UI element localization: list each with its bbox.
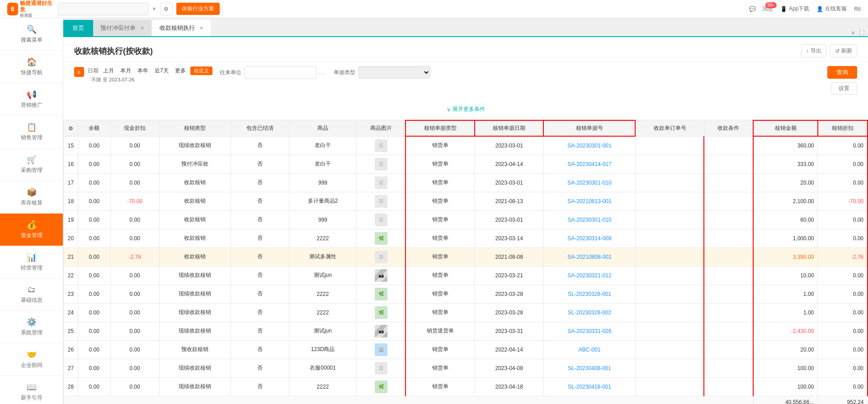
td-cash-discount: 0.00	[110, 377, 159, 396]
online-service-btn[interactable]: 👤 在线客服	[816, 5, 847, 13]
tab-prepay[interactable]: 预付冲应付单 ✕	[93, 20, 151, 36]
filter-bar: » 日期 上月 本月 本年 近7天 更多 自定义 不限 至 2023-07-26	[63, 62, 868, 120]
tab-writeoff[interactable]: 收款核销执行 ✕	[152, 20, 211, 36]
bill-type-select[interactable]	[358, 66, 430, 79]
sidebar-item-marketing[interactable]: 📢 营销推广	[0, 83, 63, 116]
td-writeoff-bill-no[interactable]: SA-20230321-012	[543, 266, 635, 285]
td-goods-image: 🏢	[356, 340, 406, 359]
td-goods: 老白干	[289, 155, 356, 173]
tab-close-all-icon[interactable]: ✕	[851, 30, 855, 36]
filter-collapse-btn[interactable]: »	[74, 67, 84, 77]
td-goods: 999	[289, 210, 356, 229]
td-receipt-order-no	[635, 247, 704, 266]
td-include-settled: 否	[231, 155, 289, 173]
user-btn[interactable]: Rit	[854, 6, 861, 12]
td-writeoff-bill-no[interactable]: SA-20230331-026	[543, 322, 635, 340]
td-goods-image: 📷	[356, 266, 406, 285]
sidebar-item-guide[interactable]: 📖 新手引导	[0, 376, 63, 404]
tab-writeoff-close-icon[interactable]: ✕	[199, 25, 203, 31]
td-writeoff-bill-no[interactable]: SA-20230301-001	[543, 136, 635, 155]
td-writeoff-bill-no[interactable]: SA-20230301-010	[543, 210, 635, 229]
top-search-input[interactable]	[58, 3, 148, 15]
sidebar-item-operation[interactable]: 📊 经营管理	[0, 246, 63, 279]
sidebar-item-basic[interactable]: 🗂 基础信息	[0, 279, 63, 311]
date-last-month[interactable]: 上月	[101, 66, 116, 76]
td-writeoff-bill-no[interactable]: SA-20210813-001	[543, 192, 635, 210]
writeoff-bill-link[interactable]: SL-20230418-001	[568, 384, 611, 390]
table-area: ⚙ 余额 现金折扣 核销类型 包含已结清 商品 商品图片 核销单据类型 核销单据…	[63, 120, 868, 404]
td-writeoff-bill-no[interactable]: SA-20210808-001	[543, 247, 635, 266]
td-writeoff-bill-no[interactable]: SL-20230418-001	[543, 377, 635, 396]
td-writeoff-bill-no[interactable]: SA-20230414-017	[543, 155, 635, 173]
writeoff-bill-link[interactable]: SA-20230321-012	[567, 272, 611, 279]
refresh-btn[interactable]: ↺ 刷新	[830, 44, 857, 57]
writeoff-bill-link[interactable]: ABC-001	[579, 347, 601, 353]
settings-icon-btn[interactable]: ⚙	[160, 3, 173, 15]
writeoff-bill-link[interactable]: SA-20230301-010	[567, 180, 611, 186]
expand-conditions-btn[interactable]: ∨ 展开更多条件	[443, 104, 489, 115]
th-receipt-condition: 收款条件	[704, 120, 753, 136]
sidebar-item-system[interactable]: ⚙️ 系统管理	[0, 311, 63, 343]
td-writeoff-discount: 0.00	[818, 359, 868, 377]
sidebar-item-finance[interactable]: 💰 资金管理	[0, 214, 63, 246]
date-this-year[interactable]: 本年	[136, 66, 150, 76]
writeoff-bill-link[interactable]: SA-20230331-026	[567, 328, 611, 334]
industry-btn[interactable]: 休验行业方案	[176, 3, 220, 15]
th-writeoff-type: 核销类型	[159, 120, 231, 136]
td-balance: 0.00	[78, 192, 111, 210]
th-writeoff-discount: 核销折扣	[818, 120, 868, 136]
th-gear[interactable]: ⚙	[64, 120, 78, 136]
export-btn[interactable]: ↑ 导出	[801, 44, 826, 57]
td-writeoff-bill-no[interactable]: ABC-001	[543, 340, 635, 359]
td-receipt-condition	[704, 322, 753, 340]
writeoff-bill-link[interactable]: SA-20230301-010	[567, 217, 611, 223]
td-writeoff-bill-no[interactable]: SL-20230328-002	[543, 303, 635, 322]
bill-type-label: 单据类型	[334, 69, 355, 76]
th-include-settled: 包含已结清	[231, 120, 289, 136]
td-writeoff-amount: 20.00	[753, 173, 818, 192]
tab-expand-icon[interactable]: ⛶	[859, 30, 864, 36]
filter-settings-btn[interactable]: 设置	[831, 82, 857, 95]
td-writeoff-amount: 1,000.00	[753, 229, 818, 247]
date-custom-btn[interactable]: 自定义	[190, 67, 212, 75]
td-writeoff-bill-date: 2023-03-14	[475, 229, 544, 247]
date-7days[interactable]: 近7天	[153, 66, 170, 76]
writeoff-bill-link[interactable]: SA-20230301-001	[567, 143, 611, 149]
total-writeoff-amount: 40,556,66...	[753, 396, 818, 404]
sidebar-item-search[interactable]: 🔍 搜索菜单	[0, 18, 63, 51]
tab-home[interactable]: 首页	[63, 20, 93, 36]
writeoff-bill-link[interactable]: SL-20230328-002	[568, 309, 611, 316]
writeoff-bill-link[interactable]: SL-20230408-001	[568, 365, 611, 371]
td-writeoff-bill-no[interactable]: SL-20230328-001	[543, 285, 635, 303]
date-more[interactable]: 更多	[173, 66, 188, 76]
writeoff-bill-link[interactable]: SA-20230314-008	[567, 235, 611, 242]
table-row: 18 0.00 -70.00 收款核销 否 多计量商品2 🖼 销货单 2021-…	[64, 192, 868, 210]
sidebar-item-sales[interactable]: 📋 销售管理	[0, 116, 63, 148]
query-btn[interactable]: 查询	[827, 66, 857, 79]
writeoff-bill-link[interactable]: SA-20230414-017	[567, 161, 611, 167]
expand-label: 展开更多条件	[453, 105, 485, 113]
app-logo: 6 畅捷通谱好生意 标准版	[7, 0, 52, 18]
td-receipt-condition	[704, 285, 753, 303]
td-writeoff-bill-no[interactable]: SA-20230314-008	[543, 229, 635, 247]
message-btn[interactable]: 💬 99+ 消息	[749, 5, 773, 13]
td-writeoff-bill-no[interactable]: SA-20230301-010	[543, 173, 635, 192]
logo-icon: 6	[7, 3, 18, 15]
writeoff-bill-link[interactable]: SL-20230328-001	[568, 291, 611, 297]
writeoff-bill-link[interactable]: SA-20210813-001	[567, 198, 611, 204]
sidebar-item-purchase[interactable]: 🛒 采购管理	[0, 148, 63, 181]
writeoff-bill-link[interactable]: SA-20210808-001	[567, 254, 611, 260]
sidebar-item-inventory[interactable]: 📦 库存核算	[0, 181, 63, 214]
td-goods: 2222	[289, 303, 356, 322]
td-goods: 测试多属性	[289, 247, 356, 266]
date-this-month[interactable]: 本月	[118, 66, 133, 76]
td-receipt-condition	[704, 266, 753, 285]
td-writeoff-bill-no[interactable]: SL-20230408-001	[543, 359, 635, 377]
sidebar-item-nav[interactable]: 🏠 快捷导航	[0, 51, 63, 83]
from-unit-input[interactable]	[244, 66, 316, 79]
td-writeoff-type: 现续收款核销	[159, 285, 231, 303]
app-download-btn[interactable]: 📱 App下载	[780, 5, 809, 13]
td-writeoff-discount: 0.00	[818, 155, 868, 173]
sidebar-item-collab[interactable]: 🤝 企业协同	[0, 343, 63, 376]
tab-prepay-close-icon[interactable]: ✕	[140, 25, 144, 31]
